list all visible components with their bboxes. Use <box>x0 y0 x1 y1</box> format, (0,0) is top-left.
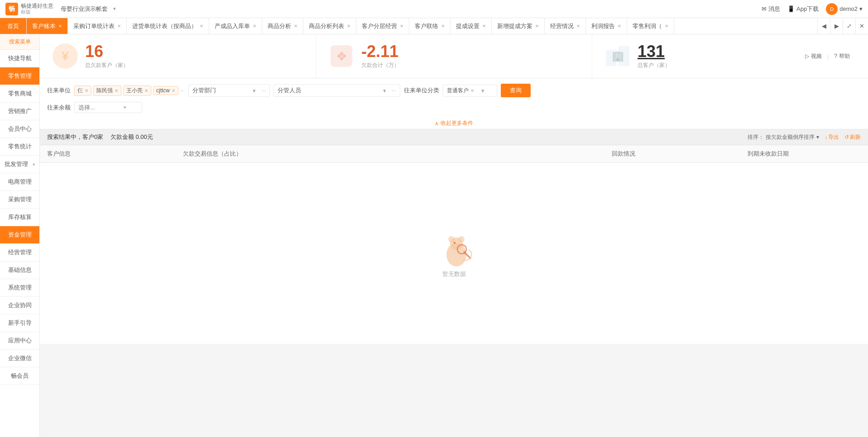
tab-commission-settings[interactable]: 提成设置 ✕ <box>451 18 492 34</box>
tab-add-commission[interactable]: 新增提成方案 ✕ <box>492 18 545 34</box>
tab-home[interactable]: 首页 <box>0 18 27 34</box>
account-selector[interactable]: 母婴行业演示帐套 <box>61 5 108 13</box>
stat-label-customers: 总欠款客户（家） <box>85 62 129 69</box>
person-dots[interactable]: ··· <box>392 87 396 94</box>
tab-product-analysis[interactable]: 商品分析 ✕ <box>262 18 303 34</box>
filter-row-1: 往来单位 仨 ✕ 陈民强 ✕ 王小亮 ✕ cjttcw <box>47 84 861 97</box>
message-btn[interactable]: ✉ 消息 <box>762 5 780 13</box>
dept-filter[interactable]: 分管部门 ▾ ··· <box>188 84 270 97</box>
sidebar-item-enterprise[interactable]: 企业协同 <box>0 297 39 314</box>
person-filter-label: 分管人员 <box>278 86 301 95</box>
category-select[interactable]: 普通客户 ✕ ▾ <box>443 85 497 97</box>
close-icon[interactable]: ✕ <box>200 24 203 28</box>
help-icon: ? <box>834 53 837 59</box>
remove-unit-tag-3[interactable]: ✕ <box>144 88 148 93</box>
tab-customer-account[interactable]: 客户账本 ✕ <box>27 18 68 34</box>
tab-operations[interactable]: 经营情况 ✕ <box>545 18 586 34</box>
close-icon[interactable]: ✕ <box>347 24 350 28</box>
close-icon[interactable]: ✕ <box>535 24 539 28</box>
sidebar-item-retail-mall[interactable]: 零售商城 <box>0 85 39 103</box>
logo-text-group: 畅捷通好生意 标版 <box>21 3 53 15</box>
sidebar-quick-nav[interactable]: 快捷导航 <box>0 50 39 67</box>
tab-retail-profit[interactable]: 零售利润（ ✕ <box>627 18 674 34</box>
results-actions: 排序： 按欠款金额倒序排序 ▾ ↓ 导出 ↺ 刷新 <box>748 133 861 141</box>
tab-customer-layer[interactable]: 客户分层经营 ✕ <box>356 18 409 34</box>
close-icon[interactable]: ✕ <box>117 24 121 28</box>
remove-unit-tag-2[interactable]: ✕ <box>115 88 118 93</box>
sidebar-item-wholesale[interactable]: 批发管理 ▾ <box>0 156 39 173</box>
nav-maximize[interactable]: ⤢ <box>843 18 855 34</box>
sidebar-item-wechat[interactable]: 企业微信 <box>0 350 39 367</box>
unit-tags: 仨 ✕ 陈民强 ✕ 王小亮 ✕ cjttcw ✕ ··· <box>74 86 185 96</box>
nav-close-all[interactable]: ✕ <box>855 18 868 34</box>
close-icon[interactable]: ✕ <box>665 24 668 28</box>
tab-label: 零售利润（ <box>633 22 662 30</box>
tab-label: 进货单统计表（按商品） <box>132 22 197 30</box>
tab-product-instock[interactable]: 产成品入库单 ✕ <box>209 18 262 34</box>
close-icon[interactable]: ✕ <box>482 24 486 28</box>
tab-customer-contact[interactable]: 客户联络 ✕ <box>409 18 451 34</box>
tab-profit-report[interactable]: 利润报告 ✕ <box>586 18 627 34</box>
account-dropdown-arrow[interactable]: ▾ <box>113 6 116 12</box>
sidebar-item-app-center[interactable]: 应用中心 <box>0 332 39 350</box>
stat-label-amount: 欠款合计（万） <box>361 62 399 69</box>
video-label: 视频 <box>811 52 822 60</box>
balance-input[interactable] <box>78 104 124 111</box>
close-icon[interactable]: ✕ <box>576 24 580 28</box>
close-icon[interactable]: ✕ <box>294 24 297 28</box>
stat-icon-amount: ❖ <box>327 42 356 71</box>
nav-next-arrow[interactable]: ▶ <box>830 18 843 34</box>
dept-dots[interactable]: ··· <box>261 87 266 94</box>
close-icon[interactable]: ✕ <box>441 24 445 28</box>
stat-card-amount: ❖ -2.11 欠款合计（万） <box>316 34 592 78</box>
help-btn[interactable]: ? 帮助 <box>834 52 850 60</box>
amount-info-text: 欠款金额 0.00元 <box>110 133 153 140</box>
sort-select[interactable]: 排序： 按欠款金额倒序排序 ▾ <box>748 133 819 141</box>
person-filter[interactable]: 分管人员 ▾ ··· <box>273 84 400 97</box>
balance-select[interactable]: ▾ <box>74 102 142 113</box>
close-icon[interactable]: ✕ <box>618 24 621 28</box>
top-bar: 畅 畅捷通好生意 标版 母婴行业演示帐套 ▾ ✉ 消息 📱 App下载 D de… <box>0 0 868 18</box>
sidebar-search[interactable]: 搜索菜单 <box>0 34 39 50</box>
tab-purchase-order[interactable]: 采购订单统计表 ✕ <box>68 18 127 34</box>
export-btn[interactable]: ↓ 导出 <box>825 133 839 141</box>
sidebar-item-member2[interactable]: 畅会员 <box>0 367 39 385</box>
user-name: demo2 <box>839 5 858 12</box>
remove-unit-tag-4[interactable]: ✕ <box>172 88 175 93</box>
sidebar-item-newbie[interactable]: 新手引导 <box>0 314 39 332</box>
collapse-button[interactable]: ∧ 收起更多条件 <box>435 119 473 127</box>
remove-category-tag[interactable]: ✕ <box>470 88 474 93</box>
sidebar-item-purchase[interactable]: 采购管理 <box>0 191 39 209</box>
close-icon[interactable]: ✕ <box>400 24 403 28</box>
empty-text: 暂无数据 <box>442 270 466 278</box>
tab-product-analysis-list[interactable]: 商品分析列表 ✕ <box>303 18 356 34</box>
sidebar-item-system[interactable]: 系统管理 <box>0 279 39 297</box>
stat-label-total: 总客户（家） <box>638 62 670 69</box>
app-download-btn[interactable]: 📱 App下载 <box>787 5 819 13</box>
sidebar-item-basic-info[interactable]: 基础信息 <box>0 261 39 279</box>
sort-label: 排序： <box>748 133 764 141</box>
tab-label: 商品分析 <box>268 22 291 30</box>
sidebar-item-retail[interactable]: 零售管理 <box>0 67 39 85</box>
tab-incoming-stats[interactable]: 进货单统计表（按商品） ✕ <box>127 18 209 34</box>
sidebar-item-marketing[interactable]: 营销推广 <box>0 103 39 120</box>
logo-area: 畅 畅捷通好生意 标版 <box>5 3 53 15</box>
sidebar-item-finance[interactable]: 资金管理 <box>0 226 39 244</box>
more-tags-btn[interactable]: ··· <box>180 87 185 94</box>
sidebar-item-inventory[interactable]: 库存核算 <box>0 209 39 226</box>
nav-prev-arrow[interactable]: ◀ <box>817 18 830 34</box>
refresh-btn[interactable]: ↺ 刷新 <box>844 133 861 141</box>
sidebar-item-member[interactable]: 会员中心 <box>0 120 39 138</box>
sidebar-item-ecommerce[interactable]: 电商管理 <box>0 173 39 191</box>
avatar: D <box>826 3 838 15</box>
refresh-label: 刷新 <box>850 133 861 141</box>
remove-unit-tag-1[interactable]: ✕ <box>85 88 88 93</box>
user-menu[interactable]: D demo2 ▾ <box>826 3 863 15</box>
query-button[interactable]: 查询 <box>501 84 531 97</box>
close-icon[interactable]: ✕ <box>58 24 62 28</box>
sidebar-item-retail-stats[interactable]: 零售统计 <box>0 138 39 156</box>
close-icon[interactable]: ✕ <box>253 24 256 28</box>
sidebar-item-operations-mgmt[interactable]: 经营管理 <box>0 244 39 261</box>
video-btn[interactable]: ▷ 视频 <box>805 52 822 60</box>
table-header: 客户信息 欠款交易信息（占比） 回款情况 到期未收款日期 <box>40 145 868 163</box>
